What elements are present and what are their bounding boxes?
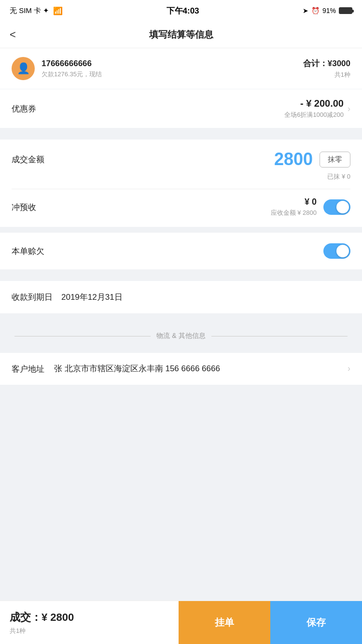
amount-row: 成交金额 2800 抹零 — [12, 149, 350, 169]
amount-label: 成交金额 — [12, 154, 44, 165]
bottom-bar: 成交：¥ 2800 共1种 挂单 保存 — [0, 601, 362, 644]
user-card: 👤 17666666666 欠款1276.35元，现结 合计：¥3000 共1种… — [0, 48, 362, 128]
logistics-divider: 物流 & 其他信息 — [0, 325, 362, 347]
amount-sub: 已抹 ¥ 0 — [12, 172, 350, 181]
status-bar: 无 SIM 卡 ✦ 📶 下午4:03 ➤ ⏰ 91% — [0, 0, 362, 21]
coupon-amount: - ¥ 200.00 — [284, 98, 344, 109]
address-section[interactable]: 客户地址 张 北京市市辖区海淀区永丰南 156 6666 6666 › — [0, 353, 362, 385]
user-info: 17666666666 欠款1276.35元，现结 — [42, 59, 102, 79]
status-left: 无 SIM 卡 ✦ 📶 — [10, 6, 63, 15]
duedate-value: 2019年12月31日 — [61, 292, 123, 303]
user-count: 共1种 — [303, 70, 350, 79]
status-right: ➤ ⏰ 91% — [303, 7, 352, 14]
battery-percent: 91% — [322, 7, 336, 14]
status-time: 下午4:03 — [167, 5, 199, 16]
coupon-label: 优惠券 — [12, 103, 36, 114]
separator-4 — [0, 319, 362, 325]
separator-5 — [0, 347, 362, 353]
wifi-icon: 📶 — [53, 6, 63, 15]
prereceive-amount: ¥ 0 应收金额 ¥ 2800 — [271, 197, 317, 217]
toggle-knob-1 — [336, 201, 349, 213]
baddebt-label: 本单赊欠 — [12, 246, 44, 257]
separator-1 — [0, 134, 362, 140]
nav-bar: < 填写结算等信息 — [0, 21, 362, 48]
divider-line-left — [14, 336, 151, 336]
battery-icon — [339, 7, 352, 14]
bottom-deal-amount: ¥ 2800 — [42, 611, 74, 623]
baddebt-toggle[interactable] — [323, 243, 350, 259]
address-chevron-icon: › — [348, 363, 350, 374]
bottom-count: 共1种 — [10, 627, 169, 635]
bottom-summary: 成交：¥ 2800 共1种 — [0, 610, 179, 635]
amount-value-wrap: 2800 抹零 — [274, 149, 350, 169]
prereceive-right: ¥ 0 应收金额 ¥ 2800 — [271, 197, 350, 217]
amount-value: 2800 — [274, 149, 313, 169]
duedate-section: 收款到期日 2019年12月31日 — [0, 281, 362, 313]
coupon-row[interactable]: 优惠券 - ¥ 200.00 全场6折满1000减200 › — [0, 89, 362, 128]
prereceive-sub: 应收金额 ¥ 2800 — [271, 209, 317, 217]
bottom-deal: 成交：¥ 2800 — [10, 610, 169, 625]
divider-1 — [12, 189, 350, 189]
amount-section: 成交金额 2800 抹零 已抹 ¥ 0 冲预收 ¥ 0 应收金额 ¥ 2800 — [0, 140, 362, 227]
baddebt-section: 本单赊欠 — [0, 233, 362, 269]
user-row: 👤 17666666666 欠款1276.35元，现结 合计：¥3000 共1种 — [0, 48, 362, 89]
separator-2 — [0, 227, 362, 233]
back-button[interactable]: < — [10, 28, 16, 41]
round-zero-button[interactable]: 抹零 — [320, 152, 350, 168]
prereceive-row: 冲预收 ¥ 0 应收金额 ¥ 2800 — [12, 197, 350, 217]
address-content: 张 北京市市辖区海淀区永丰南 156 6666 6666 — [54, 363, 343, 375]
toggle-knob-2 — [336, 245, 349, 257]
user-debt: 欠款1276.35元，现结 — [42, 70, 102, 79]
logistics-label: 物流 & 其他信息 — [156, 332, 205, 340]
avatar: 👤 — [12, 57, 35, 80]
coupon-right: - ¥ 200.00 全场6折满1000减200 › — [284, 98, 350, 119]
bottom-deal-label: 成交： — [10, 611, 42, 623]
gray-area — [0, 391, 362, 448]
coupon-chevron-icon: › — [348, 104, 350, 114]
location-icon: ➤ — [303, 7, 308, 14]
address-label: 客户地址 — [12, 363, 44, 375]
divider-line-right — [211, 336, 348, 336]
coupon-info: - ¥ 200.00 全场6折满1000减200 — [284, 98, 344, 119]
alarm-icon: ⏰ — [311, 7, 320, 14]
hold-button[interactable]: 挂单 — [179, 601, 270, 644]
prereceive-value: ¥ 0 — [271, 197, 317, 207]
save-button[interactable]: 保存 — [270, 601, 362, 644]
separator-3 — [0, 275, 362, 281]
sim-label: 无 SIM 卡 ✦ — [10, 6, 49, 15]
content: 👤 17666666666 欠款1276.35元，现结 合计：¥3000 共1种… — [0, 48, 362, 497]
coupon-desc: 全场6折满1000减200 — [284, 111, 344, 119]
user-phone: 17666666666 — [42, 59, 102, 69]
prereceive-label: 冲预收 — [12, 202, 36, 213]
page-title: 填写结算等信息 — [149, 28, 213, 41]
user-total: 合计：¥3000 — [303, 58, 350, 69]
prereceive-toggle[interactable] — [323, 199, 350, 215]
duedate-label: 收款到期日 — [12, 292, 53, 303]
user-left: 👤 17666666666 欠款1276.35元，现结 — [12, 57, 102, 80]
user-right: 合计：¥3000 共1种 — [303, 58, 350, 79]
